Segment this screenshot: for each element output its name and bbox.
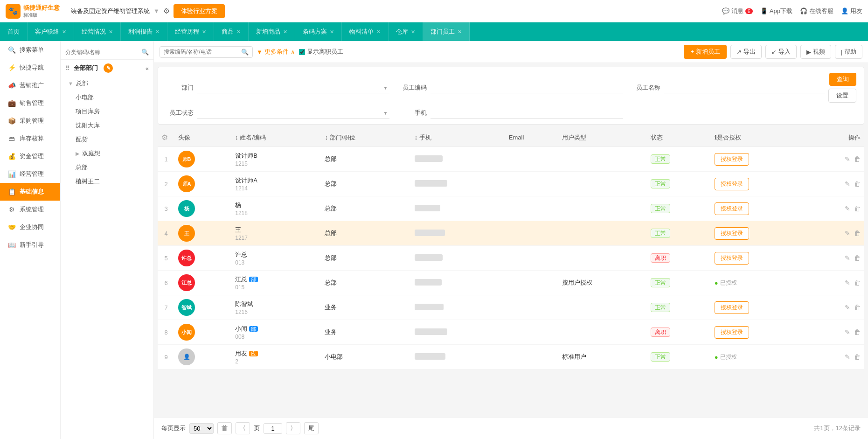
sidebar-item-business[interactable]: 📊 经营管理 — [0, 165, 60, 183]
edit-icon[interactable]: ✎ — [845, 180, 850, 188]
app-download-btn[interactable]: 📱 App下载 — [760, 7, 792, 15]
col-dept[interactable]: ↕ 部门/职位 — [321, 128, 410, 147]
dept-tree-xiaodian[interactable]: 小电部 — [61, 91, 153, 105]
dept-tree-zhishu[interactable]: 植树王二 — [61, 174, 153, 188]
tab-profit[interactable]: 利润报告 ✕ — [121, 22, 167, 41]
filter-more-btn[interactable]: ▼ 更多条件 ∧ — [257, 48, 295, 56]
system-title-arrow[interactable]: ▼ — [153, 7, 160, 14]
delete-icon[interactable]: 🗑 — [854, 304, 861, 311]
delete-icon[interactable]: 🗑 — [854, 230, 861, 237]
filter-code-input[interactable] — [431, 82, 623, 93]
filter-status-select[interactable] — [197, 107, 389, 118]
auth-login-button[interactable]: 授权登录 — [715, 178, 749, 190]
import-button[interactable]: ↙ 导入 — [765, 45, 797, 59]
tab-employee[interactable]: 部门员工 ✕ — [423, 22, 470, 41]
tab-add-product[interactable]: 新增商品 ✕ — [249, 22, 295, 41]
help-button[interactable]: | 帮助 — [835, 45, 862, 59]
auth-login-button[interactable]: 授权登录 — [715, 153, 749, 166]
delete-icon[interactable]: 🗑 — [854, 155, 861, 163]
edit-icon[interactable]: ✎ — [845, 205, 850, 212]
sidebar-item-collab[interactable]: 🤝 企业协同 — [0, 218, 60, 236]
sidebar-item-search[interactable]: 🔍 搜索菜单 — [0, 41, 60, 59]
query-button[interactable]: 查询 — [829, 73, 856, 86]
settings-icon[interactable]: ⚙ — [163, 7, 170, 15]
tab-barcode-close[interactable]: ✕ — [330, 29, 334, 35]
auth-login-button[interactable]: 授权登录 — [715, 252, 749, 265]
filter-dept-select[interactable] — [197, 82, 389, 93]
edit-icon[interactable]: ✎ — [845, 254, 850, 262]
trial-button[interactable]: 体验行业方案 — [174, 4, 225, 18]
edit-icon[interactable]: ✎ — [845, 353, 850, 361]
tab-bom-close[interactable]: ✕ — [376, 29, 381, 35]
col-name[interactable]: ↕ 姓名/编码 — [231, 128, 321, 147]
tab-process-close[interactable]: ✕ — [202, 29, 206, 35]
sidebar-item-inventory[interactable]: 🗃 库存核算 — [0, 130, 60, 147]
sidebar-item-basic[interactable]: 📋 基础信息 — [0, 183, 60, 201]
tab-product[interactable]: 商品 ✕ — [214, 22, 249, 41]
filter-name-input[interactable] — [664, 82, 825, 93]
edit-icon[interactable]: ✎ — [845, 304, 850, 311]
delete-icon[interactable]: 🗑 — [854, 328, 861, 336]
tab-barcode[interactable]: 条码方案 ✕ — [295, 22, 342, 41]
delete-icon[interactable]: 🗑 — [854, 205, 861, 212]
dept-tree-shenyang[interactable]: 沈阳大库 — [61, 118, 153, 132]
auth-login-button[interactable]: 授权登录 — [715, 202, 749, 215]
tab-customer-close[interactable]: ✕ — [62, 29, 66, 35]
show-resigned-label[interactable]: 显示离职员工 — [299, 48, 343, 56]
sidebar-item-purchase[interactable]: 📦 采购管理 — [0, 112, 60, 130]
last-page-btn[interactable]: 尾 — [304, 422, 319, 434]
sidebar-item-sales[interactable]: 💼 销售管理 — [0, 94, 60, 112]
sidebar-item-shortcut[interactable]: ⚡ 快捷导航 — [0, 59, 60, 77]
tab-product-close[interactable]: ✕ — [236, 29, 241, 35]
dept-tree-peihuo[interactable]: 配货 — [61, 132, 153, 146]
dept-tree-zonbu2[interactable]: 总部 — [61, 160, 153, 174]
tab-process[interactable]: 经营历程 ✕ — [167, 22, 214, 41]
reset-button[interactable]: 设置 — [828, 89, 856, 103]
col-settings-btn[interactable]: ⚙ — [158, 128, 174, 147]
sidebar-item-finance[interactable]: 💰 资金管理 — [0, 147, 60, 165]
view-button[interactable]: ▶ 视频 — [800, 45, 831, 59]
delete-icon[interactable]: 🗑 — [854, 254, 861, 262]
dept-tree-project[interactable]: 项目库房 — [61, 105, 153, 118]
tab-bom[interactable]: 物料清单 ✕ — [342, 22, 389, 41]
export-button[interactable]: ↗ 导出 — [730, 45, 762, 59]
message-btn[interactable]: 💬 消息 6 — [722, 7, 753, 15]
tab-profit-close[interactable]: ✕ — [155, 29, 160, 35]
auth-login-button[interactable]: 授权登录 — [715, 326, 749, 339]
dept-collapse-btn[interactable]: « — [146, 65, 149, 72]
tab-customer[interactable]: 客户联络 ✕ — [28, 22, 74, 41]
delete-icon[interactable]: 🗑 — [854, 279, 861, 286]
tab-warehouse[interactable]: 仓库 ✕ — [389, 22, 423, 41]
edit-icon[interactable]: ✎ — [845, 155, 850, 163]
tab-add-product-close[interactable]: ✕ — [283, 29, 287, 35]
edit-icon[interactable]: ✎ — [845, 230, 850, 237]
filter-phone-input[interactable] — [431, 107, 623, 118]
user-btn[interactable]: 👤 用友 — [841, 7, 862, 15]
sidebar-item-guide[interactable]: 📖 新手引导 — [0, 236, 60, 254]
online-service-btn[interactable]: 🎧 在线客服 — [800, 7, 833, 15]
page-input[interactable] — [264, 423, 282, 434]
prev-page-btn[interactable]: 〈 — [236, 422, 250, 434]
show-resigned-checkbox[interactable] — [299, 49, 305, 55]
dept-tree-shuangt[interactable]: ▶ 双庭想 — [61, 146, 153, 160]
add-employee-button[interactable]: + 新增员工 — [684, 45, 726, 59]
tab-operation[interactable]: 经营情况 ✕ — [74, 22, 121, 41]
col-phone[interactable]: ↕ 手机 — [411, 128, 505, 147]
sidebar-item-system[interactable]: ⚙ 系统管理 — [0, 201, 60, 218]
search-icon[interactable]: 🔍 — [241, 49, 249, 56]
first-page-btn[interactable]: 首 — [217, 422, 232, 434]
tab-home[interactable]: 首页 — [0, 22, 28, 41]
auth-login-button[interactable]: 授权登录 — [715, 301, 749, 314]
dept-tree-zonbu[interactable]: ▼ 总部 — [61, 77, 153, 91]
tab-employee-close[interactable]: ✕ — [458, 29, 462, 35]
edit-icon[interactable]: ✎ — [845, 328, 850, 336]
edit-icon[interactable]: ✎ — [845, 279, 850, 286]
sidebar-item-marketing[interactable]: 📣 营销推广 — [0, 77, 60, 94]
tab-operation-close[interactable]: ✕ — [109, 29, 113, 35]
dept-search-input[interactable] — [65, 49, 139, 56]
tab-warehouse-close[interactable]: ✕ — [411, 29, 415, 35]
delete-icon[interactable]: 🗑 — [854, 180, 861, 188]
per-page-select[interactable]: 50 100 200 — [189, 423, 214, 434]
delete-icon[interactable]: 🗑 — [854, 353, 861, 361]
dept-edit-btn[interactable]: ✎ — [104, 63, 113, 73]
